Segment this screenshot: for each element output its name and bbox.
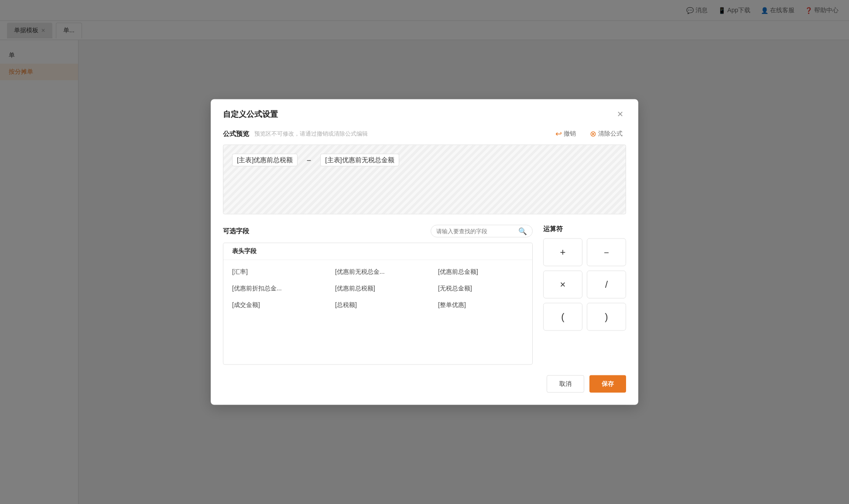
formula-tag-1: [主表]优惠前无税总金额	[320, 154, 399, 167]
operators-grid: + － × / ( )	[543, 238, 626, 331]
field-item-7[interactable]: [总税额]	[326, 297, 429, 313]
fields-search-input[interactable]	[436, 228, 515, 235]
formula-tag-0: [主表]优惠前总税额	[232, 154, 298, 167]
undo-button[interactable]: ↩ 撤销	[552, 127, 579, 140]
field-item-5[interactable]: [无税总金额]	[429, 280, 532, 297]
fields-search-box[interactable]: 🔍	[431, 225, 533, 238]
save-button[interactable]: 保存	[589, 375, 626, 393]
field-item-3[interactable]: [优惠前折扣总金...	[223, 280, 326, 297]
operator-plus[interactable]: +	[543, 238, 582, 266]
fields-panel: 可选字段 🔍 表头字段 [汇率] [优惠前无税总金... [优惠前总金额] [优…	[223, 225, 533, 365]
undo-icon: ↩	[555, 129, 562, 139]
field-item-2[interactable]: [优惠前总金额]	[429, 264, 532, 280]
field-item-0[interactable]: [汇率]	[223, 264, 326, 280]
fields-grid: [汇率] [优惠前无税总金... [优惠前总金额] [优惠前折扣总金... [优…	[223, 260, 532, 317]
operators-label: 运算符	[543, 225, 626, 233]
clear-formula-button[interactable]: ⊗ 清除公式	[586, 127, 626, 140]
operator-lparen[interactable]: (	[543, 303, 582, 331]
field-item-4[interactable]: [优惠前总税额]	[326, 280, 429, 297]
fields-label: 可选字段	[223, 227, 249, 235]
operator-rparen[interactable]: )	[587, 303, 626, 331]
formula-preview-box: [主表]优惠前总税额 － [主表]优惠前无税总金额	[223, 145, 626, 215]
formula-content: [主表]优惠前总税额 － [主表]优惠前无税总金额	[232, 154, 617, 167]
formula-op-0: －	[305, 154, 313, 166]
dialog-footer: 取消 保存	[223, 375, 626, 393]
dialog-body: 公式预览 预览区不可修改，请通过撤销或清除公式编辑 ↩ 撤销 ⊗ 清除公式	[211, 127, 638, 405]
formula-section: 公式预览 预览区不可修改，请通过撤销或清除公式编辑 ↩ 撤销 ⊗ 清除公式	[223, 127, 626, 215]
fields-group-header: 表头字段	[223, 243, 532, 260]
field-item-8[interactable]: [整单优惠]	[429, 297, 532, 313]
operator-divide[interactable]: /	[587, 271, 626, 299]
formula-label-group: 公式预览 预览区不可修改，请通过撤销或清除公式编辑	[223, 129, 368, 138]
dialog-header: 自定义公式设置 ✕	[211, 99, 638, 127]
formula-preview-label: 公式预览	[223, 129, 249, 138]
formula-hint: 预览区不可修改，请通过撤销或清除公式编辑	[254, 130, 368, 138]
formula-dialog: 自定义公式设置 ✕ 公式预览 预览区不可修改，请通过撤销或清除公式编辑 ↩ 撤销…	[211, 99, 638, 405]
close-button[interactable]: ✕	[614, 108, 626, 120]
fields-header: 可选字段 🔍	[223, 225, 533, 238]
field-item-6[interactable]: [成交金额]	[223, 297, 326, 313]
bottom-section: 可选字段 🔍 表头字段 [汇率] [优惠前无税总金... [优惠前总金额] [优…	[223, 225, 626, 365]
fields-table[interactable]: 表头字段 [汇率] [优惠前无税总金... [优惠前总金额] [优惠前折扣总金.…	[223, 243, 533, 365]
dialog-title: 自定义公式设置	[223, 109, 278, 119]
operator-minus[interactable]: －	[587, 238, 626, 266]
operators-panel: 运算符 + － × / ( )	[543, 225, 626, 331]
formula-header: 公式预览 预览区不可修改，请通过撤销或清除公式编辑 ↩ 撤销 ⊗ 清除公式	[223, 127, 626, 140]
search-icon: 🔍	[518, 227, 527, 235]
formula-actions: ↩ 撤销 ⊗ 清除公式	[552, 127, 626, 140]
clear-icon: ⊗	[590, 129, 596, 139]
operator-multiply[interactable]: ×	[543, 271, 582, 299]
cancel-button[interactable]: 取消	[547, 375, 584, 393]
field-item-1[interactable]: [优惠前无税总金...	[326, 264, 429, 280]
